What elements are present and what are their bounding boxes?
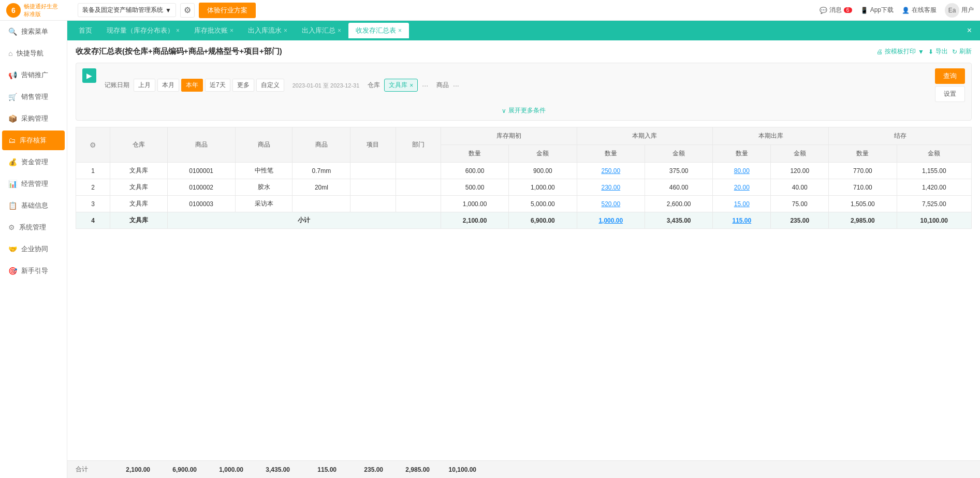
online-service-label: 在线客服 [912,6,937,15]
message-label: 消息 [829,6,842,15]
print-button[interactable]: 🖨 按模板打印 ▼ [876,47,924,56]
row2-in-amount: 460.00 [645,179,712,196]
row1-close-qty: 770.00 [829,163,897,179]
subtotal-warehouse: 文具库 [110,212,167,229]
sidebar-item-finance[interactable]: 💰 资金管理 [2,152,65,172]
th-closing-group: 结存 [829,127,972,145]
th-out-amount: 金额 [771,145,829,163]
sidebar-quick-nav-label: 快捷导航 [17,49,43,58]
sidebar-item-system[interactable]: ⚙ 系统管理 [2,218,65,237]
date-filter-label: 记账日期 [105,81,129,90]
sidebar-item-guide[interactable]: 🎯 新手引导 [2,261,65,281]
row1-out-amount: 120.00 [771,163,829,179]
sidebar-item-marketing[interactable]: 📢 营销推广 [2,65,65,85]
tab-summary-close[interactable]: × [338,27,341,34]
warehouse-more-icon[interactable]: ··· [422,81,428,90]
app-download-button[interactable]: 📱 App下载 [860,6,894,15]
message-button[interactable]: 💬 消息 6 [820,6,852,15]
subtotal-close-qty: 2,985.00 [829,212,897,229]
date-btn-more[interactable]: 更多 [232,79,254,92]
tab-flow[interactable]: 出入库流水 × [241,23,295,38]
row1-in-amount: 375.00 [645,163,712,179]
export-button[interactable]: ⬇ 导出 [928,47,948,56]
top-right-area: 💬 消息 6 📱 App下载 👤 在线客服 Ea 用户 [820,3,974,18]
sidebar-item-inventory[interactable]: 🗂 库存核算 [2,131,65,150]
refresh-button[interactable]: ↻ 刷新 [952,47,972,56]
user-area[interactable]: Ea 用户 [945,3,974,18]
th-goods-code: 商品 [167,127,235,163]
date-btn-last-month[interactable]: 上月 [134,79,155,92]
date-btn-custom[interactable]: 自定义 [256,79,284,92]
date-btn-7days[interactable]: 近7天 [205,79,230,92]
subtotal-out-qty[interactable]: 115.00 [713,212,771,229]
table-row: 2 文具库 0100002 胶水 20ml 500.00 1,000.00 23… [76,179,972,196]
tab-summary[interactable]: 出入库汇总 × [295,23,348,38]
sidebar-item-basic[interactable]: 📋 基础信息 [2,196,65,215]
setting-button[interactable]: 设置 [935,86,965,102]
tab-stock-distribution[interactable]: 现存量（库存分布表） × [99,23,187,38]
sidebar-inventory-label: 库存核算 [20,136,47,145]
row2-goods-spec: 20ml [292,179,350,196]
online-service-button[interactable]: 👤 在线客服 [902,6,937,15]
row1-in-qty[interactable]: 250.00 [577,163,645,179]
tab-stock-distribution-close[interactable]: × [176,27,180,34]
footer-close-amount: 10,100.00 [435,466,481,473]
row3-out-qty[interactable]: 15.00 [713,196,771,212]
app-title-dropdown[interactable]: 装备及固定资产辅助管理系统 ▼ [78,3,176,17]
warehouse-tag-text: 文具库 [389,81,407,90]
row2-in-qty[interactable]: 230.00 [577,179,645,196]
warehouse-filter-group: 仓库 文具库 × ··· [368,79,428,92]
date-btn-this-year[interactable]: 本年 [181,79,203,92]
warehouse-filter-label: 仓库 [368,81,380,90]
tab-home[interactable]: 首页 [71,23,99,38]
th-in-amount: 金额 [645,145,712,163]
row2-out-qty[interactable]: 20.00 [713,179,771,196]
row1-out-qty[interactable]: 80.00 [713,163,771,179]
download-icon: 📱 [860,7,868,14]
sidebar-item-collab[interactable]: 🤝 企业协同 [2,239,65,259]
search-icon: 🔍 [8,27,17,36]
row2-project [350,179,396,196]
row2-open-qty: 500.00 [441,179,508,196]
row2-seq: 2 [76,179,110,196]
sidebar-item-search[interactable]: 🔍 搜索菜单 [2,22,65,41]
date-range-display: 2023-01-01 至 2023-12-31 [292,81,360,90]
row2-department [396,179,441,196]
subtotal-in-qty[interactable]: 1,000.00 [577,212,645,229]
trial-button[interactable]: 体验行业方案 [199,3,256,18]
tab-flow-close[interactable]: × [284,27,287,34]
row3-in-qty[interactable]: 520.00 [577,196,645,212]
tab-stock-distribution-label: 现存量（库存分布表） [107,26,174,35]
query-actions: 查询 设置 [935,68,965,102]
tab-bar-close-all[interactable]: × [963,24,976,37]
tab-batch[interactable]: 库存批次账 × [187,23,241,38]
date-btn-this-month[interactable]: 本月 [157,79,179,92]
warehouse-tag-close[interactable]: × [409,82,413,89]
goods-more-icon[interactable]: ··· [453,81,459,90]
query-button[interactable]: 查询 [935,68,965,84]
sidebar-finance-label: 资金管理 [21,157,48,167]
table-gear-icon[interactable]: ⚙ [90,141,96,149]
sidebar-item-sales[interactable]: 🛒 销售管理 [2,87,65,107]
filter-expand-button[interactable]: ∨ 展开更多条件 [82,106,965,115]
sidebar-item-quick-nav[interactable]: ⌂ 快捷导航 [2,44,65,63]
row1-goods-spec: 0.7mm [292,163,350,179]
sidebar-basic-label: 基础信息 [21,201,48,210]
data-table: ⚙ 仓库 商品 商品 商品 项目 部门 库存期初 本期入库 本期出库 结存 [76,127,972,229]
sidebar-sales-label: 销售管理 [21,92,48,102]
row3-warehouse: 文具库 [110,196,167,212]
th-open-amount: 金额 [509,145,577,163]
sidebar-item-purchase[interactable]: 📦 采购管理 [2,109,65,128]
tab-recv-send-summary-close[interactable]: × [398,27,402,34]
filter-toggle-button[interactable]: ▶ [82,68,96,83]
sidebar-item-operations[interactable]: 📊 经营管理 [2,174,65,194]
date-filter-group: 记账日期 上月 本月 本年 近7天 更多 自定义 [105,79,284,92]
footer-out-amount: 235.00 [342,466,388,473]
subtotal-seq: 4 [76,212,110,229]
th-project: 项目 [350,127,396,163]
tab-recv-send-summary[interactable]: 收发存汇总表 × [348,23,409,38]
tab-batch-close[interactable]: × [230,27,233,34]
gear-button[interactable]: ⚙ [180,3,195,18]
footer-in-amount: 3,435.00 [248,466,295,473]
footer-total-label: 合计 [76,465,88,474]
